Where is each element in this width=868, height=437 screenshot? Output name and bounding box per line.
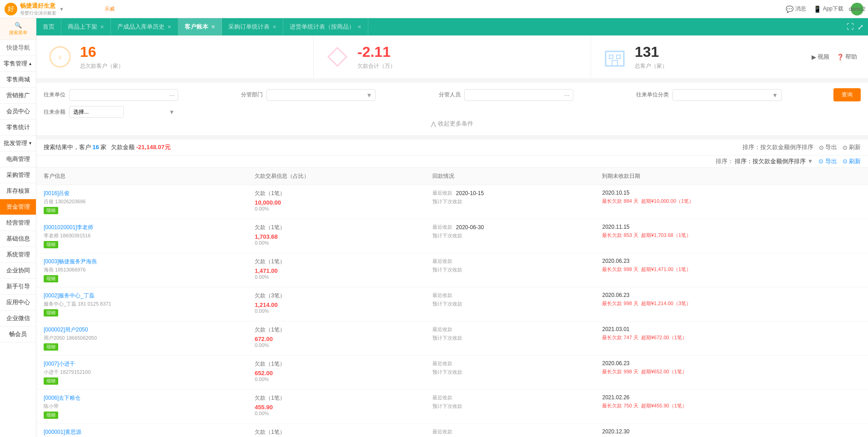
balance-select[interactable]: 选择... [69,106,124,118]
overdue-text-5[interactable]: 超期¥652.00（1笔） [641,368,687,375]
sidebar-item-finance[interactable]: 资金管理 [0,199,36,215]
overdue-text-1[interactable]: 超期¥1,703.68（1笔） [641,232,691,239]
tab-close-icon-2[interactable]: ✕ [167,24,171,30]
svg-rect-5 [617,55,620,59]
sort-full-label[interactable]: 排序： 排序：按欠款金额倒序排序 ▼ [716,157,813,166]
sidebar-item-member[interactable]: 会员中心 [0,104,36,120]
source-unit-dots-icon[interactable]: ··· [169,91,175,99]
overdue-text-2[interactable]: 超期¥1,471.00（1笔） [641,266,691,273]
table-row: [0002]服务中心_丁磊 服务中心_丁磊 181 0125 8371 现销 欠… [36,287,868,321]
overdue-text-4[interactable]: 超期¥672.00（1笔） [641,334,687,341]
refresh-icon: ⊙ [843,144,848,151]
sidebar-item-retail-stats[interactable]: 零售统计 [0,120,36,136]
tab-close-icon-3[interactable]: ✕ [211,24,215,30]
customer-name-4[interactable]: [000002]用户2050 [44,326,240,334]
sidebar-item-app-center[interactable]: 应用中心 [0,295,36,311]
sidebar-item-batch-mgmt[interactable]: 批发管理 ▼ [0,136,36,151]
export-btn[interactable]: ⊙ 导出 [819,143,837,151]
td-payment-status-5: 最近收款 预计下次收款 [425,356,595,390]
sidebar-item-operations[interactable]: 经营管理 [0,215,36,231]
customer-name-5[interactable]: [0007]小进干 [44,360,240,368]
customer-name-2[interactable]: [0003]畅捷服务尹海燕 [44,258,240,266]
data-table-wrap: 客户信息 欠款交易信息（占比） 回款情况 到期未收款日期 [0016]吕俊 吕俊… [36,168,868,437]
recent-payment-label-0: 最近收款 [432,190,452,196]
sidebar-item-new-guide[interactable]: 新手引导 [0,279,36,295]
debt-ratio-6: 0.00% [255,411,418,416]
person-input[interactable] [464,89,573,101]
sort-label[interactable]: 排序：按欠款金额倒序排序 [743,143,813,151]
due-date-1: 2020.11.15 [602,224,861,230]
sidebar-item-vip[interactable]: 畅会员 [0,326,36,342]
video-icon: ▶ [812,54,816,60]
search-button[interactable]: 查询 [833,88,861,101]
sidebar-search[interactable]: 🔍 搜索菜单 [0,18,36,40]
top-bar: 好 畅捷通好生意 母婴行业演示账套 ▼ 示威 💬 消息 📱 App下载 demo… [0,0,868,18]
filter-row-1: 往来单位 ··· 分管部门 [44,88,861,101]
debt-count-2: 欠款（1笔） [255,258,418,266]
unit-category-select-wrap: ▼ [672,89,782,101]
customer-name-3[interactable]: [0002]服务中心_丁磊 [44,292,240,300]
app-download-btn[interactable]: 📱 App下载 [813,5,843,13]
overdue-text-3[interactable]: 超期¥1,214.00（3笔） [641,300,691,307]
customer-name-6[interactable]: [0006]去下粮仓 [44,394,240,402]
sidebar-item-purchase[interactable]: 采购管理 [0,167,36,183]
sidebar-item-retail-mgmt[interactable]: 零售管理 ▲ [0,56,36,72]
td-debt-info-5: 欠款（1笔） 652.00 0.00% [247,356,425,390]
industry-dropdown[interactable]: ▼ [59,6,64,12]
flag-label[interactable]: 示威 [105,5,115,12]
unit-category-select[interactable] [672,89,782,101]
tab-purchase-stats[interactable]: 进货单统计表（按商品） ✕ [283,18,368,35]
td-payment-status-4: 最近收款 预计下次收款 [425,321,595,356]
sidebar-item-marketing[interactable]: 营销推广 [0,88,36,104]
sidebar-item-ecommerce[interactable]: 电商管理 [0,151,36,167]
sidebar-quick-nav[interactable]: 快捷导航 [0,40,36,56]
export-btn-2[interactable]: ⊙ 导出 [818,157,837,166]
tab-customer-account[interactable]: 客户账本 ✕ [178,18,222,35]
td-due-date-0: 2020.10.15 最长欠款 884 天 超期¥10,000.00（1笔） [595,185,868,219]
recent-payment-date-1: 2020-06-30 [456,224,484,231]
tab-purchase-summary[interactable]: 采购订单统计表 ✕ [222,18,283,35]
sidebar-item-basic-info[interactable]: 基础信息 [0,231,36,247]
tab-collapse-icon[interactable]: ⛶ [847,23,854,31]
tab-production-history[interactable]: 产成品入库单历史 ✕ [111,18,178,35]
tab-fullscreen-icon[interactable]: ⤢ [858,23,863,31]
next-payment-label-6: 预计下次收款 [432,403,462,410]
refresh-btn[interactable]: ⊙ 刷新 [843,143,861,151]
dept-select[interactable] [266,89,376,101]
sidebar-item-enterprise-collab[interactable]: 企业协同 [0,263,36,279]
td-customer-info-2: [0003]畅捷服务尹海燕 海燕 18513066976 现销 [36,253,247,287]
debt-customers-number: 16 [80,44,124,60]
tab-products-off[interactable]: 商品上下架 ✕ [61,18,111,35]
recent-payment-label-4: 最近收款 [432,326,452,333]
sidebar-item-enterprise-wechat[interactable]: 企业微信 [0,311,36,326]
refresh-btn-2[interactable]: ⊙ 刷新 [843,157,861,166]
tab-home[interactable]: 首页 [36,18,61,35]
video-btn[interactable]: ▶ 视频 [812,53,829,61]
td-due-date-3: 2020.06.23 最长欠款 998 天 超期¥1,214.00（3笔） [595,287,868,321]
help-btn[interactable]: ❓ 帮助 [837,53,857,61]
overdue-text-6[interactable]: 超期¥455.90（1笔） [641,402,687,409]
overdue-text-0[interactable]: 超期¥10,000.00（1笔） [641,198,694,205]
sidebar-item-retail-mall[interactable]: 零售商城 [0,72,36,88]
sidebar-item-inventory[interactable]: 库存核算 [0,183,36,199]
customer-name-7[interactable]: [000001]黄思源 [44,428,240,436]
customer-name-1[interactable]: [0001020001]李老师 [44,224,240,231]
sidebar-item-system[interactable]: 系统管理 [0,247,36,263]
user-avatar[interactable]: demo2 [851,3,863,15]
collapse-button[interactable]: ⋀ 收起更多条件 [44,120,861,128]
svg-rect-4 [609,55,613,59]
message-btn[interactable]: 💬 消息 [786,5,806,13]
tab-close-icon-5[interactable]: ✕ [357,24,361,30]
source-unit-input[interactable] [69,89,178,101]
tab-close-icon-4[interactable]: ✕ [272,24,276,30]
recent-payment-label-5: 最近收款 [432,360,452,367]
search-result-text: 搜索结果中，客户 16 家 欠款金额 -21,148.07元 [44,143,171,151]
debt-count-7: 欠款（1笔） [255,428,418,436]
td-debt-info-0: 欠款（1笔） 10,000.00 0.00% [247,185,425,219]
table-row: [000001]黄思源 黄思源 13552700226 现销 欠款（1笔） 42… [36,424,868,437]
person-dots-icon[interactable]: ··· [564,91,570,99]
stat-info-total: 131 总客户（家） [635,44,667,70]
diamond-icon [325,44,350,70]
customer-name-0[interactable]: [0016]吕俊 [44,190,240,197]
tab-close-icon[interactable]: ✕ [100,24,104,30]
